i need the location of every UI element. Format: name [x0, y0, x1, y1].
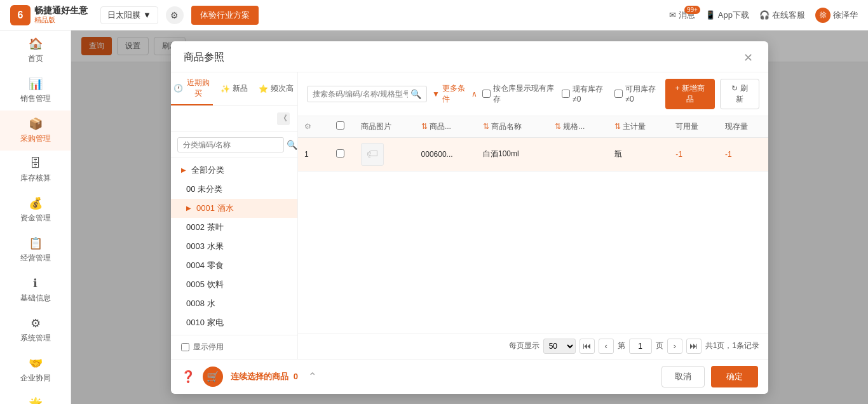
top-header: 6 畅捷通好生意 精品版 日太阳膜 ▼ ⚙ 体验行业方案 ✉ 消息 99+ 📱 …	[0, 0, 868, 30]
category-search-input[interactable]	[177, 137, 284, 152]
category-0010[interactable]: 0010 家电	[171, 313, 297, 332]
col-code: ⇅ 商品...	[415, 116, 477, 138]
modal-close-btn[interactable]: ✕	[740, 50, 756, 65]
search-category: 🔍	[171, 132, 297, 158]
content-area: 查询 设置 刷新 商品参照 ✕ 🕐	[71, 30, 868, 404]
category-0008[interactable]: 0008 水	[171, 294, 297, 313]
category-0005[interactable]: 0005 饮料	[171, 275, 297, 294]
inventory-icon: 🗄	[30, 157, 41, 170]
confirm-btn[interactable]: 确定	[711, 366, 758, 387]
sort-icon-code[interactable]: ⇅	[421, 122, 428, 131]
category-list: 全部分类 00 未分类 0001 酒水 0002 茶叶	[171, 158, 297, 335]
sort-icon-unit[interactable]: ⇅	[614, 122, 621, 131]
row-checkbox[interactable]	[336, 149, 344, 158]
cart-btn[interactable]: 🛒	[203, 367, 223, 387]
category-0004[interactable]: 0004 零食	[171, 256, 297, 275]
guide-icon: 🌟	[29, 396, 43, 404]
table-row[interactable]: 1 🏷	[298, 137, 768, 171]
category-0003[interactable]: 0003 水果	[171, 237, 297, 256]
sidebar-item-sales[interactable]: 📊 销售管理	[0, 71, 71, 111]
main-layout: 🏠 首页 📊 销售管理 📦 采购管理 🗄 库存核算 💰 资金管理 📋 经营管理 …	[0, 30, 868, 404]
select-all-checkbox[interactable]	[336, 121, 344, 130]
filter-btn[interactable]: ▼ 更多条件 ∧	[432, 83, 477, 105]
sidebar-item-operations[interactable]: 📋 经营管理	[0, 230, 71, 270]
sidebar-item-system[interactable]: ⚙ 系统管理	[0, 310, 71, 350]
logo-icon: 6	[10, 5, 31, 25]
header-right: ✉ 消息 99+ 📱 App下载 🎧 在线客服 徐 徐泽华	[669, 8, 858, 23]
col-settings[interactable]: ⚙	[298, 116, 325, 138]
sidebar-item-guide[interactable]: 🌟 新手引导	[0, 390, 71, 404]
sidebar: 🏠 首页 📊 销售管理 📦 采购管理 🗄 库存核算 💰 资金管理 📋 经营管理 …	[0, 30, 71, 404]
modal-body: 🕐 近期购买 ✨ 新品 ⭐ 频次高	[171, 72, 768, 359]
col-image: 商品图片	[355, 116, 415, 138]
category-00[interactable]: 00 未分类	[171, 180, 297, 199]
row-image: 🏷	[355, 137, 415, 171]
logo-sub: 精品版	[34, 15, 88, 25]
col-name: ⇅ 商品名称	[477, 116, 548, 138]
company-selector[interactable]: 日太阳膜 ▼	[100, 6, 158, 24]
message-badge: 99+	[684, 6, 700, 14]
next-page-btn[interactable]: ›	[667, 339, 682, 354]
sidebar-item-finance[interactable]: 💰 资金管理	[0, 190, 71, 230]
row-available: -1	[669, 137, 719, 171]
category-0002[interactable]: 0002 茶叶	[171, 218, 297, 237]
user-item[interactable]: 徐 徐泽华	[815, 8, 858, 23]
show-disabled-checkbox[interactable]	[181, 343, 189, 351]
add-product-btn[interactable]: + 新增商品	[665, 79, 715, 109]
product-table-wrap: ⚙ 商品图片 ⇅	[298, 116, 768, 333]
settings-icon[interactable]: ⚙	[166, 6, 184, 24]
app-download[interactable]: 📱 App下载	[705, 10, 749, 21]
category-all[interactable]: 全部分类	[171, 161, 297, 180]
tab-recent-purchase[interactable]: 🕐 近期购买	[171, 72, 213, 105]
category-search-icon[interactable]: 🔍	[287, 140, 297, 150]
row-index: 1	[298, 137, 325, 171]
sidebar-item-basic[interactable]: ℹ 基础信息	[0, 270, 71, 310]
modal-overlay: 商品参照 ✕ 🕐 近期购买 ✨ 新	[71, 30, 868, 404]
category-0001[interactable]: 0001 酒水	[171, 199, 297, 218]
user-avatar: 徐	[815, 8, 831, 23]
sort-icon-spec[interactable]: ⇅	[555, 122, 561, 131]
collapse-footer-btn[interactable]: ⌃	[308, 370, 316, 382]
modal-header: 商品参照 ✕	[171, 41, 768, 72]
sidebar-item-home[interactable]: 🏠 首页	[0, 30, 71, 71]
product-table-body: 1 🏷	[298, 137, 768, 171]
online-service[interactable]: 🎧 在线客服	[759, 10, 805, 21]
selected-count-label: 连续选择的商品 0	[231, 371, 301, 382]
sidebar-item-purchase[interactable]: 📦 采购管理	[0, 111, 71, 151]
purchase-icon: 📦	[29, 117, 43, 131]
collapse-left-btn[interactable]: 《	[277, 112, 290, 125]
last-page-btn[interactable]: ⏭	[686, 339, 702, 354]
checkbox-warehouse[interactable]: 按仓库显示现有库存	[482, 83, 555, 105]
page-input[interactable]	[629, 339, 652, 354]
checkbox-stock-nonzero[interactable]: 现有库存≠0	[562, 84, 607, 104]
total-pages: 共1页，1条记录	[705, 340, 759, 351]
row-stock: -1	[719, 137, 768, 171]
pagination: 每页显示 50 10 20 100 ⏮ ‹ 第 页	[298, 333, 768, 359]
search-input-wrap: 🔍	[307, 86, 427, 102]
cancel-btn[interactable]: 取消	[661, 366, 705, 387]
tab-new-products[interactable]: ✨ 新品	[213, 72, 255, 105]
help-icon[interactable]: ❓	[181, 370, 195, 384]
checkbox-available-nonzero[interactable]: 可用库存≠0	[614, 84, 660, 104]
per-page-select[interactable]: 50 10 20 100	[543, 339, 576, 354]
col-stock: 现存量	[719, 116, 768, 138]
sidebar-item-inventory[interactable]: 🗄 库存核算	[0, 151, 71, 190]
recent-icon: 🕐	[173, 84, 183, 93]
sidebar-item-collab[interactable]: 🤝 企业协同	[0, 350, 71, 390]
col-spec: ⇅ 规格...	[548, 116, 608, 138]
prev-page-btn[interactable]: ‹	[599, 339, 614, 354]
product-search-input[interactable]	[313, 90, 408, 98]
left-panel-tabs: 🕐 近期购买 ✨ 新品 ⭐ 频次高	[171, 72, 297, 106]
messages-item[interactable]: ✉ 消息 99+	[669, 10, 695, 21]
filter-chevron: ∧	[471, 90, 477, 98]
per-page-label: 每页显示	[509, 340, 539, 351]
try-btn[interactable]: 体验行业方案	[191, 6, 259, 25]
tab-high-freq[interactable]: ⭐ 频次高	[255, 72, 297, 105]
refresh-btn[interactable]: ↻ 刷新	[720, 79, 759, 109]
first-page-btn[interactable]: ⏮	[580, 339, 595, 354]
selected-number: 0	[294, 372, 298, 381]
phone-icon: 📱	[705, 10, 715, 20]
sort-icon-name[interactable]: ⇅	[483, 122, 489, 131]
freq-icon: ⭐	[259, 84, 268, 93]
product-search-icon[interactable]: 🔍	[410, 89, 421, 99]
